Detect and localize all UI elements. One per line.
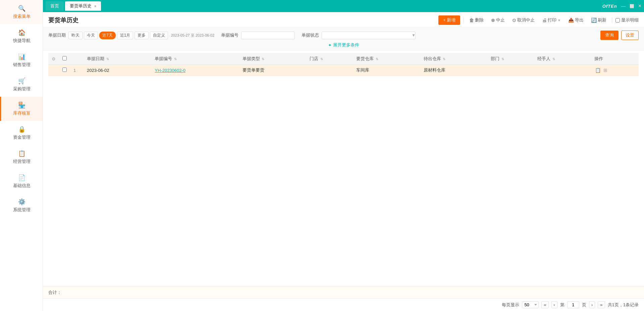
sidebar-item-search-menu[interactable]: 🔍搜索菜单	[0, 0, 43, 24]
col-num	[70, 53, 84, 65]
col-settings-icon[interactable]: ⚙	[52, 56, 56, 61]
tab-bar: 首页要货单历史× OfTEn — ⬜ ×	[43, 0, 644, 12]
col-operation: 操作	[591, 53, 639, 65]
sidebar-label-purchase-mgmt: 采购管理	[13, 86, 31, 92]
display-detail-checkbox[interactable]: 显示明细	[615, 17, 639, 23]
sort-doc-no-icon[interactable]: ⇅	[174, 57, 177, 61]
stop-icon: ⊗	[491, 17, 495, 23]
pagination: 每页显示 102050100 « ‹ 第 页 › » 共1页，1条记录	[43, 298, 644, 311]
sort-doc-type-icon[interactable]: ⇅	[262, 57, 264, 61]
sidebar-icon-quick-nav: 🏠	[18, 29, 25, 36]
date-btn-自定义[interactable]: 自定义	[150, 32, 168, 39]
page-title: 要货单历史	[48, 16, 78, 24]
tab-close-requisition-history[interactable]: ×	[94, 4, 96, 8]
sort-req-warehouse-icon[interactable]: ⇅	[376, 57, 378, 61]
date-btn-今天[interactable]: 今天	[84, 32, 98, 39]
page-header: 要货单历史 + 新增 🗑 删除 ⊗ 中止 ⊙ 取消中止 🖨 打	[43, 12, 644, 27]
status-filter-label: 单据状态	[302, 32, 319, 38]
date-btn-近1月[interactable]: 近1月	[117, 32, 133, 39]
display-detail-input[interactable]	[615, 18, 620, 23]
page-prefix-label: 第	[560, 302, 565, 308]
op-edit-icon-0[interactable]: 📋	[595, 68, 601, 73]
col-checkbox	[59, 53, 70, 65]
search-button[interactable]: 查询	[600, 31, 619, 40]
date-btn-近7天[interactable]: 近7天	[99, 32, 116, 39]
cancel-stop-label: 取消中止	[517, 17, 535, 23]
sort-pending-warehouse-icon[interactable]: ⇅	[443, 57, 445, 61]
prev-page-button[interactable]: ‹	[551, 301, 557, 308]
op-more-icon-0[interactable]: ⊞	[603, 68, 607, 73]
cell-pending-warehouse-0: 原材料仓库	[420, 65, 487, 76]
filter-action-buttons: 查询 设置	[600, 31, 639, 40]
sidebar-item-purchase-mgmt[interactable]: 🛒采购管理	[0, 73, 43, 97]
next-page-button[interactable]: ›	[589, 301, 595, 308]
sum-row: 合计：	[43, 286, 644, 298]
cell-operation-0: 📋 ⊞	[591, 65, 639, 76]
docno-filter-group: 单据编号	[221, 32, 295, 39]
sidebar-item-inventory[interactable]: 🏪库存核算	[0, 97, 43, 121]
delete-button[interactable]: 🗑 删除	[467, 16, 486, 24]
col-handler: 经手人 ⇅	[534, 53, 591, 65]
print-dropdown-icon[interactable]: ▼	[557, 18, 561, 22]
select-all-checkbox[interactable]	[62, 56, 67, 60]
table-header: ⚙ 单据日期 ⇅ 单据编号 ⇅	[48, 53, 639, 65]
tab-requisition-history[interactable]: 要货单历史×	[65, 1, 101, 11]
sidebar-item-system-mgmt[interactable]: ⚙️系统管理	[0, 193, 43, 218]
cell-store-0	[306, 65, 353, 76]
sort-doc-date-icon[interactable]: ⇅	[106, 57, 109, 61]
sidebar-item-quick-nav[interactable]: 🏠快捷导航	[0, 24, 43, 48]
stop-button[interactable]: ⊗ 中止	[489, 16, 507, 24]
doc-no-link-0[interactable]: YH-20230602-0	[155, 68, 185, 73]
col-store: 门店 ⇅	[306, 53, 353, 65]
row-checkbox-0[interactable]	[62, 68, 67, 72]
col-pending-warehouse: 待出仓库 ⇅	[420, 53, 487, 65]
expand-more-label: 展开更多条件	[333, 42, 359, 48]
col-doc-no: 单据编号 ⇅	[151, 53, 239, 65]
refresh-button[interactable]: 🔄 刷新	[589, 16, 608, 24]
sidebar-label-operations-mgmt: 经营管理	[13, 159, 31, 165]
status-dropdown-icon[interactable]: ▼	[412, 33, 416, 38]
delete-label: 删除	[475, 17, 484, 23]
table-area: ⚙ 单据日期 ⇅ 单据编号 ⇅	[43, 50, 644, 286]
brand-name: OfTEn	[602, 4, 617, 9]
minimize-btn[interactable]: —	[621, 4, 626, 9]
sidebar-item-finance-mgmt[interactable]: 🔒资金管理	[0, 121, 43, 145]
sidebar-item-basic-info[interactable]: 📄基础信息	[0, 169, 43, 193]
sidebar-label-finance-mgmt: 资金管理	[13, 134, 31, 140]
sidebar-icon-purchase-mgmt: 🛒	[18, 77, 25, 85]
date-filter-group: 单据日期 昨天今天近7天近1月更多自定义 2023-05-27 至 2023-0…	[48, 32, 214, 39]
page-suffix-label: 页	[582, 302, 586, 308]
settings-button[interactable]: 设置	[621, 31, 639, 40]
date-btn-更多[interactable]: 更多	[135, 32, 149, 39]
status-filter-group: 单据状态 ▼	[302, 32, 416, 39]
close-btn[interactable]: ×	[638, 3, 641, 9]
last-page-button[interactable]: »	[598, 301, 605, 308]
cancel-stop-button[interactable]: ⊙ 取消中止	[510, 16, 537, 24]
page-number-input[interactable]	[567, 301, 579, 308]
sum-label: 合计：	[48, 290, 61, 295]
cell-doc-no-0[interactable]: YH-20230602-0	[151, 65, 239, 76]
expand-more-btn[interactable]: ✦ 展开更多条件	[48, 42, 639, 48]
sidebar-label-inventory: 库存核算	[13, 110, 31, 116]
sort-store-icon[interactable]: ⇅	[320, 57, 323, 61]
sort-department-icon[interactable]: ⇅	[501, 57, 504, 61]
export-button[interactable]: 📤 导出	[566, 16, 586, 24]
print-button[interactable]: 🖨 打印 ▼	[540, 16, 563, 24]
status-filter-input[interactable]	[322, 32, 416, 39]
sidebar-icon-sales-mgmt: 📊	[18, 53, 25, 60]
cell-department-0	[487, 65, 534, 76]
first-page-button[interactable]: «	[541, 301, 548, 308]
maximize-btn[interactable]: ⬜	[630, 4, 634, 8]
tab-bar-right: OfTEn — ⬜ ×	[602, 3, 641, 9]
sidebar-item-operations-mgmt[interactable]: 📋经营管理	[0, 145, 43, 169]
docno-filter-input[interactable]	[241, 32, 295, 39]
sidebar-item-sales-mgmt[interactable]: 📊销售管理	[0, 48, 43, 73]
sidebar-icon-operations-mgmt: 📋	[18, 150, 25, 157]
tab-home[interactable]: 首页	[46, 1, 64, 11]
sort-handler-icon[interactable]: ⇅	[552, 57, 555, 61]
sidebar-label-search-menu: 搜索菜单	[13, 13, 31, 19]
export-icon: 📤	[568, 17, 574, 23]
page-size-select[interactable]: 102050100	[522, 301, 539, 308]
date-btn-昨天[interactable]: 昨天	[68, 32, 83, 39]
new-button[interactable]: + 新增	[438, 15, 460, 25]
